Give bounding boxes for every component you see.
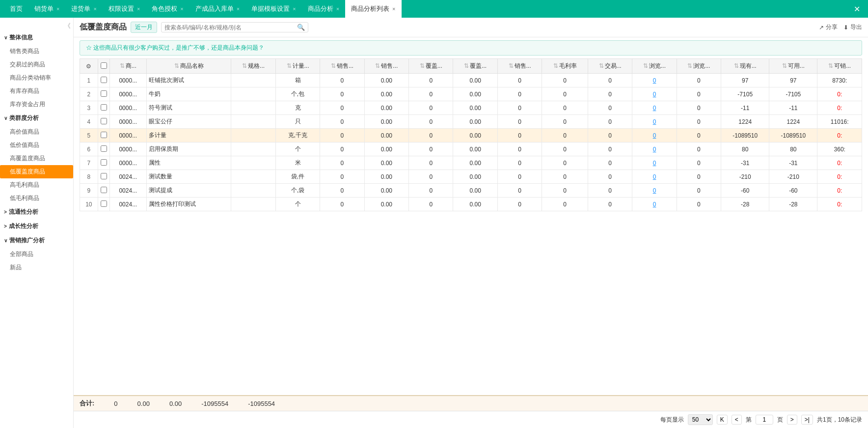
row-browse1[interactable]: 0 [632, 87, 677, 101]
col-browse1-header[interactable]: ⇅浏览... [632, 59, 677, 74]
share-button[interactable]: ↗ 分享 [819, 23, 838, 31]
sidebar-item-category-rate[interactable]: 商品分类动销率 [0, 71, 73, 85]
sidebar-section-circulation[interactable]: > 流通性分析 [0, 205, 73, 219]
filter-button[interactable]: 近一月 [131, 22, 157, 33]
col-unit-header[interactable]: ⇅计量... [275, 59, 320, 74]
nav-product-analysis[interactable]: 商品分析 × [302, 0, 345, 18]
row-name[interactable]: 测试数量 [146, 170, 231, 184]
nav-role-auth[interactable]: 角色授权 × [146, 0, 189, 18]
nav-home[interactable]: 首页 [4, 0, 28, 18]
row-browse1[interactable]: 0 [632, 74, 677, 87]
nav-permission[interactable]: 权限设置 × [103, 0, 146, 18]
col-coverage1-header[interactable]: ⇅覆盖... [409, 59, 453, 74]
nav-purchase-order[interactable]: 进货单 × [65, 0, 102, 18]
sidebar-item-low-value[interactable]: 低价值商品 [0, 139, 73, 152]
row-checkbox[interactable] [101, 90, 107, 97]
sidebar-item-high-coverage[interactable]: 高覆盖度商品 [0, 152, 73, 165]
row-name[interactable]: 测试提成 [146, 184, 231, 198]
col-checkbox-header[interactable] [98, 59, 109, 74]
col-available-header[interactable]: ⇅可用... [769, 59, 817, 74]
row-checkbox-cell[interactable] [98, 129, 109, 143]
row-name[interactable]: 符号测试 [146, 101, 231, 115]
export-button[interactable]: ⬇ 导出 [843, 23, 862, 31]
row-name[interactable]: 属性 [146, 156, 231, 170]
col-gross-rate-header[interactable]: ⇅毛利率 [542, 59, 588, 74]
row-checkbox[interactable] [101, 159, 107, 166]
row-checkbox-cell[interactable] [98, 198, 109, 211]
col-sales-amt-header[interactable]: ⇅销售... [364, 59, 408, 74]
page-input[interactable] [756, 415, 773, 425]
col-browse2-header[interactable]: ⇅浏览... [677, 59, 721, 74]
row-name[interactable]: 眼宝公仔 [146, 115, 231, 129]
nav-product-analysis-list[interactable]: 商品分析列表 × [345, 0, 401, 18]
sidebar-item-low-margin[interactable]: 低毛利商品 [0, 192, 73, 205]
window-close-button[interactable]: ✕ [850, 4, 864, 14]
row-browse1[interactable]: 0 [632, 184, 677, 198]
sidebar-collapse-button[interactable]: 《 [63, 22, 71, 30]
search-input[interactable] [164, 24, 297, 31]
row-checkbox-cell[interactable] [98, 184, 109, 198]
sidebar-item-stock-capital[interactable]: 库存资金占用 [0, 98, 73, 111]
row-checkbox-cell[interactable] [98, 101, 109, 115]
col-coverage2-header[interactable]: ⇅覆盖... [453, 59, 497, 74]
sidebar-item-sales-goods[interactable]: 销售类商品 [0, 45, 73, 58]
row-browse1[interactable]: 0 [632, 115, 677, 129]
nav-close-permission[interactable]: × [137, 0, 140, 18]
row-checkbox[interactable] [101, 145, 107, 152]
row-checkbox[interactable] [101, 200, 107, 207]
col-saleable-header[interactable]: ⇅可销... [817, 59, 862, 74]
row-checkbox[interactable] [101, 132, 107, 138]
sidebar-item-new-goods[interactable]: 新品 [0, 261, 73, 274]
row-name[interactable]: 属性价格打印测试 [146, 198, 231, 211]
sidebar-item-high-margin[interactable]: 高毛利商品 [0, 178, 73, 192]
sidebar-item-high-value[interactable]: 高价值商品 [0, 125, 73, 139]
row-browse1[interactable]: 0 [632, 198, 677, 211]
next-page-button[interactable]: > [787, 415, 797, 425]
row-checkbox[interactable] [101, 104, 107, 111]
row-name[interactable]: 启用保质期 [146, 143, 231, 156]
sidebar-item-traded-goods[interactable]: 交易过的商品 [0, 58, 73, 71]
row-checkbox[interactable] [101, 173, 107, 179]
col-trans-header[interactable]: ⇅交易... [588, 59, 632, 74]
row-browse1[interactable]: 0 [632, 170, 677, 184]
row-checkbox-cell[interactable] [98, 87, 109, 101]
col-settings-header[interactable]: ⚙ [80, 59, 98, 74]
nav-close-purchase[interactable]: × [93, 0, 96, 18]
sidebar-section-overall[interactable]: ∨ 整体信息 [0, 30, 73, 45]
row-browse1[interactable]: 0 [632, 143, 677, 156]
sidebar-item-all-goods[interactable]: 全部商品 [0, 248, 73, 261]
sidebar-section-marketing[interactable]: ∨ 营销推广分析 [0, 233, 73, 248]
nav-template[interactable]: 单据模板设置 × [245, 0, 301, 18]
row-name[interactable]: 牛奶 [146, 87, 231, 101]
sidebar-section-growth[interactable]: > 成长性分析 [0, 219, 73, 233]
col-spec-header[interactable]: ⇅规格... [231, 59, 275, 74]
nav-close-template[interactable]: × [293, 0, 296, 18]
row-name[interactable]: 旺铺批次测试 [146, 74, 231, 87]
select-all-checkbox[interactable] [101, 62, 107, 69]
row-checkbox-cell[interactable] [98, 156, 109, 170]
nav-close-product-inbound[interactable]: × [237, 0, 240, 18]
settings-icon[interactable]: ⚙ [86, 63, 91, 70]
nav-close-role-auth[interactable]: × [180, 0, 183, 18]
first-page-button[interactable]: K [717, 415, 728, 425]
row-browse1[interactable]: 0 [632, 101, 677, 115]
row-checkbox-cell[interactable] [98, 115, 109, 129]
nav-close-product-analysis[interactable]: × [336, 0, 339, 18]
sidebar-section-cluster[interactable]: ∨ 类群度分析 [0, 111, 73, 125]
sidebar-item-in-stock[interactable]: 有库存商品 [0, 85, 73, 98]
col-name-header[interactable]: ⇅商品名称 [146, 59, 231, 74]
prev-page-button[interactable]: < [732, 415, 742, 425]
col-sales-qty-header[interactable]: ⇅销售... [320, 59, 364, 74]
row-checkbox-cell[interactable] [98, 143, 109, 156]
row-checkbox-cell[interactable] [98, 170, 109, 184]
nav-product-inbound[interactable]: 产成品入库单 × [190, 0, 245, 18]
row-checkbox[interactable] [101, 77, 107, 83]
col-sales2-header[interactable]: ⇅销售... [497, 59, 542, 74]
row-browse1[interactable]: 0 [632, 156, 677, 170]
last-page-button[interactable]: >| [801, 415, 813, 425]
row-browse1[interactable]: 0 [632, 129, 677, 143]
row-checkbox[interactable] [101, 187, 107, 193]
row-checkbox-cell[interactable] [98, 74, 109, 87]
nav-close-product-analysis-list[interactable]: × [392, 0, 395, 18]
sidebar-item-low-coverage[interactable]: 低覆盖度商品 [0, 165, 73, 178]
